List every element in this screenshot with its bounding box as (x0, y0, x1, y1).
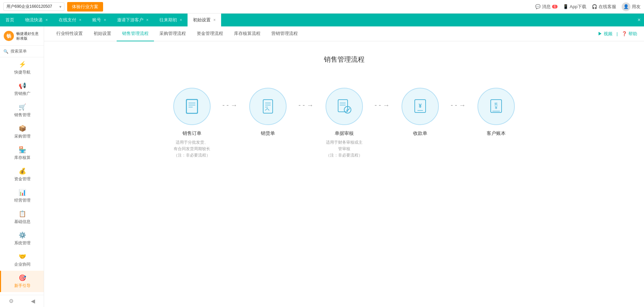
sub-tab-marketing-flow[interactable]: 营销管理流程 (266, 26, 303, 41)
sub-tab-finance-flow-label: 资金管理流程 (197, 30, 223, 37)
nav-tab-logistics-close[interactable]: × (45, 18, 48, 22)
sidebar-item-purchase[interactable]: 📦 采购管理 (0, 121, 44, 143)
sidebar-bottom: ⚙ ◀ (0, 295, 44, 307)
nav-tab-init-label: 初始设置 (193, 17, 211, 23)
nav-tab-period[interactable]: 往来期初 × (154, 14, 188, 26)
nav-tab-invite-close[interactable]: × (146, 18, 149, 22)
sidebar-item-base-info[interactable]: 📋 基础信息 (0, 207, 44, 228)
sub-tabs: 行业特性设置 初始设置 销售管理流程 采购管理流程 资金管理流程 库存核算流程 (44, 26, 644, 41)
nav-tab-init[interactable]: 初始设置 × (188, 14, 221, 26)
user-menu-button[interactable]: 👤 用友 (622, 2, 641, 11)
base-info-label: 基础信息 (14, 219, 31, 225)
nav-tab-logistics[interactable]: 物流快递 × (20, 14, 53, 26)
sidebar-item-guide[interactable]: 🎯 新手引导 (0, 271, 44, 292)
settings-bottom-button[interactable]: ⚙ (9, 298, 14, 304)
flow-circle-customer-ledger[interactable]: 账 ¥ (477, 88, 515, 125)
nav-tab-logistics-label: 物流快递 (25, 17, 43, 23)
user-selector[interactable]: 用户690企业1660120507 ▾ (3, 2, 64, 11)
sales-label: 销售管理 (14, 112, 31, 118)
sidebar-item-inventory[interactable]: 🏪 库存核算 (0, 143, 44, 164)
sales-invoice-label: 销货单 (261, 130, 275, 137)
logo-text-line1: 畅捷通好生意 (16, 31, 39, 36)
online-service-button[interactable]: 🎧 在线客服 (592, 4, 616, 10)
sub-tab-inventory-flow-label: 库存核算流程 (234, 30, 260, 37)
customer-ledger-label: 客户账本 (487, 130, 506, 137)
nav-tabs: 首页 物流快递 × 在线支付 × 账号 × 邀请下游客户 × 往来期初 × 初始… (0, 14, 644, 26)
nav-tab-payment-close[interactable]: × (79, 18, 81, 22)
flow-arrow-2: - - → (298, 88, 313, 109)
help-icon: ❓ (622, 31, 627, 36)
help-link[interactable]: ❓ 帮助 (622, 31, 637, 37)
sidebar-item-enterprise[interactable]: 🤝 企业协同 (0, 249, 44, 271)
flow-circle-sales-order[interactable] (173, 88, 211, 125)
top-bar: 用户690企业1660120507 ▾ 体验行业方案 💬 消息 6 📱 App下… (0, 0, 644, 14)
sub-tabs-right: ▶ 视频 | ❓ 帮助 (598, 31, 637, 37)
divider: | (617, 31, 618, 36)
sidebar-item-system[interactable]: ⚙️ 系统管理 (0, 228, 44, 249)
sub-tab-finance-flow[interactable]: 资金管理流程 (191, 26, 229, 41)
sub-tab-sales-flow[interactable]: 销售管理流程 (117, 26, 154, 41)
online-service-icon: 🎧 (592, 4, 597, 9)
sidebar-item-quick-nav[interactable]: ⚡ 快捷导航 (0, 57, 44, 79)
experience-button[interactable]: 体验行业方案 (67, 2, 103, 12)
system-icon: ⚙️ (19, 231, 26, 239)
nav-tab-invite-label: 邀请下游客户 (117, 17, 143, 23)
svg-rect-2 (187, 100, 197, 113)
page-title: 销售管理流程 (51, 55, 637, 64)
sub-tab-purchase-flow[interactable]: 采购管理流程 (154, 26, 191, 41)
sub-tabs-left: 行业特性设置 初始设置 销售管理流程 采购管理流程 资金管理流程 库存核算流程 (51, 26, 303, 41)
nav-tab-account[interactable]: 账号 × (87, 14, 112, 26)
app-download-button[interactable]: 📱 App下载 (563, 4, 586, 10)
sidebar-item-app-center[interactable]: 📱 应用中心 (0, 292, 44, 295)
inventory-label: 库存核算 (14, 155, 31, 161)
sub-tab-industry-label: 行业特性设置 (56, 30, 83, 37)
sub-tab-inventory-flow[interactable]: 库存核算流程 (229, 26, 266, 41)
nav-tab-period-close[interactable]: × (180, 18, 182, 22)
nav-tab-account-close[interactable]: × (104, 18, 106, 22)
flow-circle-doc-review[interactable] (326, 88, 363, 125)
customer-ledger-icon: 账 ¥ (487, 98, 505, 115)
nav-tab-payment-label: 在线支付 (59, 17, 76, 23)
nav-tab-home[interactable]: 首页 (0, 14, 20, 26)
sub-tab-industry[interactable]: 行业特性设置 (51, 26, 88, 41)
enterprise-icon: 🤝 (19, 253, 26, 260)
nav-tab-period-label: 往来期初 (159, 17, 177, 23)
inventory-icon: 🏪 (19, 146, 26, 154)
finance-icon: 💰 (19, 167, 26, 175)
marketing-icon: 📢 (19, 82, 26, 89)
flow-node-customer-ledger: 账 ¥ 客户账本 (466, 88, 527, 139)
flow-node-sales-invoice: 销货单 (237, 88, 298, 139)
flow-arrow-3: - - → (375, 88, 390, 109)
nav-tab-init-close[interactable]: × (213, 18, 216, 22)
search-label: 搜索菜单 (11, 48, 27, 54)
sidebar-item-marketing[interactable]: 📢 营销推广 (0, 79, 44, 100)
base-info-icon: 📋 (19, 210, 26, 218)
operations-label: 经营管理 (14, 198, 31, 203)
top-bar-left: 用户690企业1660120507 ▾ 体验行业方案 (3, 2, 103, 12)
sidebar-item-finance[interactable]: 💰 资金管理 (0, 164, 44, 185)
video-link[interactable]: ▶ 视频 (598, 31, 612, 37)
message-label: 消息 (542, 4, 551, 10)
doc-review-label: 单据审核 (335, 130, 354, 137)
sales-order-icon (183, 98, 201, 115)
nav-tab-invite[interactable]: 邀请下游客户 × (112, 14, 154, 26)
flow-circle-sales-invoice[interactable] (249, 88, 287, 125)
sub-tab-sales-flow-label: 销售管理流程 (122, 30, 149, 37)
nav-tab-payment[interactable]: 在线支付 × (53, 14, 87, 26)
sidebar-item-sales[interactable]: 🛒 销售管理 (0, 100, 44, 121)
app-download-label: App下载 (570, 4, 586, 10)
user-avatar: 👤 (622, 2, 630, 11)
flow-circle-receipt[interactable]: ¥ (402, 88, 439, 125)
sales-icon: 🛒 (19, 103, 26, 111)
purchase-icon: 📦 (19, 125, 26, 132)
sidebar-items: ⚡ 快捷导航 📢 营销推广 🛒 销售管理 📦 采购管理 🏪 库存核算 💰 (0, 57, 44, 295)
sub-tab-initial[interactable]: 初始设置 (88, 26, 117, 41)
collapse-button[interactable]: ◀ (31, 298, 35, 304)
main-layout: 畅 畅捷通好生意 标准版 🔍 搜索菜单 ⚡ 快捷导航 📢 营销推广 🛒 销售管理 (0, 26, 644, 307)
nav-close-all-button[interactable]: × (638, 17, 641, 23)
sidebar-item-operations[interactable]: 📊 经营管理 (0, 185, 44, 207)
message-button[interactable]: 💬 消息 6 (535, 4, 558, 10)
sidebar-search[interactable]: 🔍 搜索菜单 (0, 46, 44, 57)
search-icon: 🔍 (3, 49, 8, 54)
receipt-icon: ¥ (411, 98, 429, 115)
